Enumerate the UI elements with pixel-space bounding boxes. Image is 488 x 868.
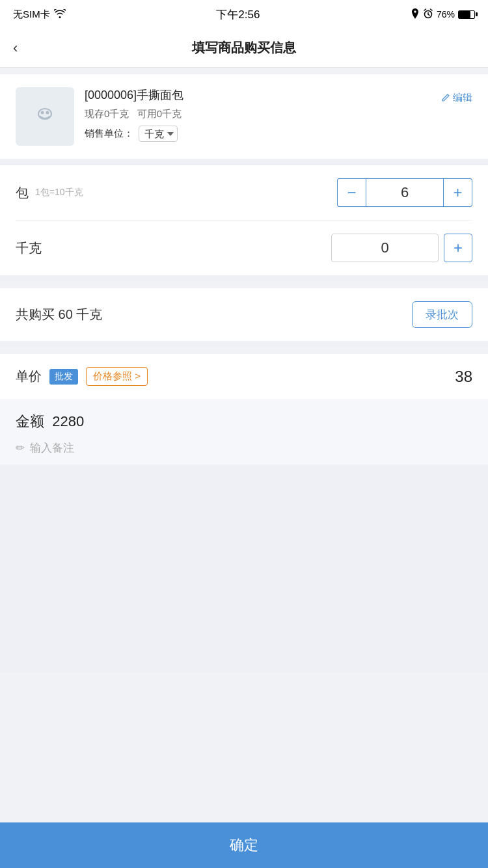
price-tag: 批发: [49, 369, 78, 385]
location-icon: [411, 8, 420, 21]
bao-controls: − +: [337, 178, 472, 207]
svg-point-3: [46, 111, 49, 115]
battery-icon: [458, 10, 475, 19]
amount-row: 金额 2280: [16, 412, 472, 431]
product-unit: 销售单位： 千克: [85, 126, 472, 142]
empty-space: [0, 465, 488, 673]
divider-2: [0, 275, 488, 282]
amount-value: 2280: [52, 413, 84, 429]
amount-section: 金额 2280 ✏ 输入备注: [0, 399, 488, 465]
product-info: [0000006]手撕面包 编辑 现存0千克 可用0千克 销售单位： 千克: [85, 87, 472, 142]
price-label: 单价: [16, 368, 42, 385]
edit-button[interactable]: 编辑: [441, 87, 472, 108]
bao-input[interactable]: [366, 178, 444, 207]
product-name: [0000006]手撕面包: [85, 87, 183, 103]
kg-plus-button[interactable]: +: [444, 234, 472, 262]
bao-label: 包 1包=10千克: [16, 184, 83, 202]
nav-bar: ‹ 填写商品购买信息: [0, 29, 488, 68]
status-bar: 无SIM卡 下午2:56 76%: [0, 0, 488, 29]
batch-button[interactable]: 录批次: [412, 301, 472, 328]
summary-text: 共购买 60 千克: [16, 306, 102, 323]
wifi-icon: [54, 9, 66, 20]
kg-controls: +: [331, 234, 472, 262]
summary-section: 共购买 60 千克 录批次: [0, 288, 488, 341]
page-title: 填写商品购买信息: [192, 39, 296, 57]
battery-label: 76%: [437, 9, 455, 20]
svg-point-2: [41, 111, 44, 115]
kg-row: 千克 +: [16, 221, 472, 275]
divider-3: [0, 341, 488, 347]
product-thumbnail: [16, 87, 74, 146]
alarm-icon: [423, 8, 433, 21]
bao-plus-button[interactable]: +: [444, 178, 472, 207]
bao-row: 包 1包=10千克 − +: [16, 165, 472, 221]
remark-row[interactable]: ✏ 输入备注: [16, 441, 472, 455]
price-value: 38: [455, 368, 472, 386]
quantity-section: 包 1包=10千克 − + 千克 +: [0, 165, 488, 275]
status-right: 76%: [411, 8, 475, 21]
divider-1: [0, 159, 488, 165]
svg-point-1: [38, 109, 51, 119]
pencil-icon: ✏: [16, 441, 25, 455]
carrier-label: 无SIM卡: [13, 8, 50, 21]
kg-label: 千克: [16, 239, 42, 257]
remark-placeholder: 输入备注: [30, 441, 74, 455]
confirm-bar[interactable]: 确定: [0, 822, 488, 868]
back-button[interactable]: ‹: [13, 40, 18, 57]
bao-minus-button[interactable]: −: [337, 178, 366, 207]
status-time: 下午2:56: [216, 7, 260, 22]
product-card: [0000006]手撕面包 编辑 现存0千克 可用0千克 销售单位： 千克: [0, 74, 488, 159]
price-ref-button[interactable]: 价格参照 >: [86, 367, 148, 386]
product-stock: 现存0千克 可用0千克: [85, 108, 472, 120]
price-section: 单价 批发 价格参照 > 38: [0, 354, 488, 399]
bao-hint: 1包=10千克: [35, 187, 83, 198]
unit-select[interactable]: 千克: [139, 126, 178, 142]
confirm-text: 确定: [230, 835, 258, 855]
status-left: 无SIM卡: [13, 8, 66, 21]
kg-input[interactable]: [331, 234, 439, 262]
